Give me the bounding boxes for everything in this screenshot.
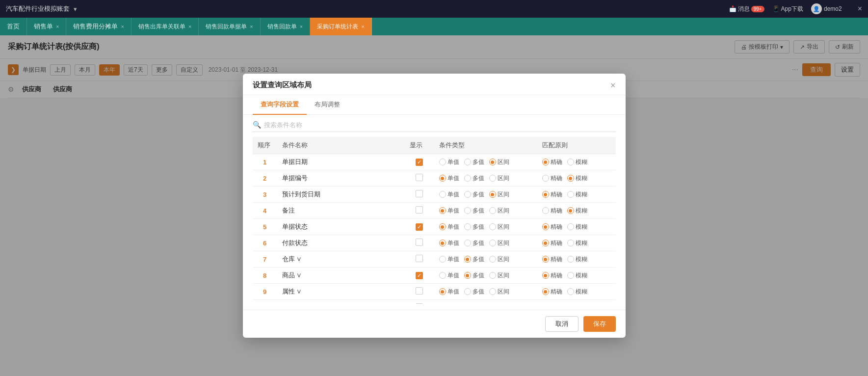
type-radio-单值-9[interactable]: 单值 (439, 304, 459, 304)
match-radio-模糊-5[interactable]: 模糊 (567, 239, 587, 247)
type-radio-区间-3[interactable]: 区间 (489, 207, 509, 215)
radio-circle-7[interactable] (439, 272, 446, 279)
row-display-4[interactable] (405, 219, 434, 235)
type-radio-单值-6[interactable]: 单值 (439, 255, 459, 264)
tab-purchase-order-close[interactable]: × (361, 24, 364, 29)
match-radio-模糊-9[interactable]: 模糊 (567, 304, 587, 304)
radio-circle-7[interactable] (489, 272, 496, 279)
match-radio-精确-3[interactable]: 精确 (542, 207, 562, 215)
type-radio-单值-0[interactable]: 单值 (439, 158, 459, 166)
match-circle-3[interactable] (567, 207, 574, 214)
match-radio-模糊-2[interactable]: 模糊 (567, 190, 587, 199)
dialog-tab-query[interactable]: 查询字段设置 (253, 95, 307, 115)
type-radio-多值-9[interactable]: 多值 (464, 304, 484, 304)
radio-circle-4[interactable] (489, 223, 496, 230)
save-button[interactable]: 保存 (583, 316, 616, 332)
row-display-5[interactable] (405, 235, 434, 251)
radio-circle-8[interactable] (464, 288, 471, 295)
dropdown-icon[interactable]: ▾ (74, 5, 77, 13)
tab-home[interactable]: 首页 (0, 18, 27, 35)
radio-circle-5[interactable] (489, 240, 496, 246)
tab-sales-payment[interactable]: 销售回款单据单 × (199, 18, 260, 35)
row-display-3[interactable] (405, 203, 434, 219)
match-radio-精确-2[interactable]: 精确 (542, 190, 562, 199)
match-circle-5[interactable] (542, 240, 549, 246)
radio-circle-2[interactable] (439, 191, 446, 198)
radio-circle-3[interactable] (489, 207, 496, 214)
dialog-close-button[interactable]: × (610, 81, 616, 90)
radio-circle-0[interactable] (489, 159, 496, 165)
match-circle-4[interactable] (542, 223, 549, 230)
type-radio-单值-5[interactable]: 单值 (439, 239, 459, 247)
radio-circle-3[interactable] (439, 207, 446, 214)
type-radio-单值-7[interactable]: 单值 (439, 271, 459, 280)
tab-sales-close[interactable]: × (56, 24, 59, 29)
type-radio-单值-2[interactable]: 单值 (439, 190, 459, 199)
radio-circle-3[interactable] (464, 207, 471, 214)
match-radio-模糊-4[interactable]: 模糊 (567, 223, 587, 231)
radio-circle-1[interactable] (489, 175, 496, 182)
type-radio-区间-7[interactable]: 区间 (489, 271, 509, 280)
row-display-1[interactable] (405, 170, 434, 187)
radio-circle-0[interactable] (439, 159, 446, 165)
tab-sales-out-close[interactable]: × (188, 24, 191, 29)
checkbox-1[interactable] (416, 174, 423, 181)
checkbox-0[interactable] (416, 159, 423, 166)
match-circle-6[interactable] (567, 256, 574, 263)
radio-circle-8[interactable] (439, 288, 446, 295)
match-radio-精确-0[interactable]: 精确 (542, 158, 562, 166)
checkbox-4[interactable] (416, 223, 423, 231)
radio-circle-6[interactable] (439, 256, 446, 263)
match-radio-模糊-1[interactable]: 模糊 (567, 174, 587, 183)
type-radio-多值-0[interactable]: 多值 (464, 158, 484, 166)
checkbox-8[interactable] (416, 287, 423, 295)
row-display-6[interactable] (405, 251, 434, 268)
radio-circle-6[interactable] (489, 256, 496, 263)
match-circle-8[interactable] (567, 288, 574, 295)
notification-area[interactable]: 📩 消息 99+ (729, 5, 764, 13)
row-display-0[interactable] (405, 154, 434, 170)
type-radio-区间-6[interactable]: 区间 (489, 255, 509, 264)
match-circle-7[interactable] (542, 272, 549, 279)
cancel-button[interactable]: 取消 (545, 316, 579, 332)
type-radio-单值-4[interactable]: 单值 (439, 223, 459, 231)
dialog-tab-layout[interactable]: 布局调整 (307, 95, 348, 115)
type-radio-多值-1[interactable]: 多值 (464, 174, 484, 183)
match-radio-精确-8[interactable]: 精确 (542, 288, 562, 296)
match-radio-模糊-0[interactable]: 模糊 (567, 158, 587, 166)
match-radio-精确-5[interactable]: 精确 (542, 239, 562, 247)
type-radio-单值-8[interactable]: 单值 (439, 288, 459, 296)
match-circle-1[interactable] (542, 175, 549, 182)
user-avatar[interactable]: 👤 demo2 (811, 3, 842, 14)
radio-circle-5[interactable] (464, 240, 471, 246)
match-radio-精确-7[interactable]: 精确 (542, 271, 562, 280)
type-radio-单值-1[interactable]: 单值 (439, 174, 459, 183)
radio-circle-8[interactable] (489, 288, 496, 295)
type-radio-区间-8[interactable]: 区间 (489, 288, 509, 296)
type-radio-区间-9[interactable]: 区间 (489, 304, 509, 304)
radio-circle-6[interactable] (464, 256, 471, 263)
type-radio-区间-1[interactable]: 区间 (489, 174, 509, 183)
radio-circle-4[interactable] (439, 223, 446, 230)
tab-sales[interactable]: 销售单 × (27, 18, 66, 35)
match-circle-3[interactable] (542, 207, 549, 214)
checkbox-9[interactable] (416, 303, 423, 304)
checkbox-2[interactable] (416, 190, 423, 197)
match-radio-精确-6[interactable]: 精确 (542, 255, 562, 264)
type-radio-单值-3[interactable]: 单值 (439, 207, 459, 215)
match-circle-2[interactable] (567, 191, 574, 198)
match-circle-0[interactable] (542, 159, 549, 165)
match-circle-6[interactable] (542, 256, 549, 263)
radio-circle-7[interactable] (464, 272, 471, 279)
type-radio-多值-4[interactable]: 多值 (464, 223, 484, 231)
match-radio-模糊-3[interactable]: 模糊 (567, 207, 587, 215)
type-radio-区间-2[interactable]: 区间 (489, 190, 509, 199)
match-circle-4[interactable] (567, 223, 574, 230)
radio-circle-1[interactable] (439, 175, 446, 182)
type-radio-多值-6[interactable]: 多值 (464, 255, 484, 264)
search-input[interactable] (264, 121, 616, 129)
type-radio-多值-5[interactable]: 多值 (464, 239, 484, 247)
match-circle-0[interactable] (567, 159, 574, 165)
row-display-8[interactable] (405, 284, 434, 300)
match-radio-模糊-6[interactable]: 模糊 (567, 255, 587, 264)
